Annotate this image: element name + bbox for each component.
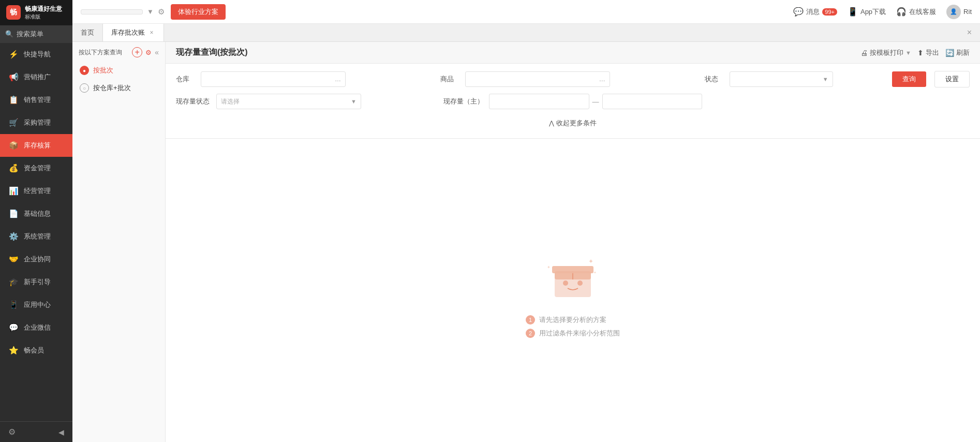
tab-batch[interactable]: 库存批次账 × [103,24,164,41]
topbar-settings-icon[interactable]: ⚙ [158,7,165,17]
empty-hints: 1 请先选择要分析的方案 2 用过滤条件来缩小分析范围 [526,315,620,338]
brand-text: 畅康通好生意 标准版 [25,5,62,20]
apps-icon: 📱 [8,300,19,310]
topbar-left: ▼ ⚙ 体验行业方案 [81,4,226,20]
warehouse-input[interactable]: … [201,71,346,87]
sidebar-item-inventory[interactable]: 📦 库存核算 [0,134,72,157]
main-area: 现存量查询(按批次) 🖨 按模板打印 ▼ ⬆ 导出 🔄 刷新 [166,42,980,442]
experience-btn[interactable]: 体验行业方案 [171,4,226,20]
sidebar-item-operations[interactable]: 📊 经营管理 [0,180,72,202]
export-btn[interactable]: ⬆ 导出 [917,48,939,57]
scheme-add-btn[interactable]: + [132,47,142,57]
scheme-collapse-btn[interactable]: « [155,48,159,56]
sidebar-item-enterprise[interactable]: 🤝 企业协同 [0,248,72,271]
headset-icon: 🎧 [896,7,907,17]
app-download-action[interactable]: 📱 App下载 [848,7,886,17]
user-profile[interactable]: 👤 Rit [946,5,972,19]
status-select[interactable]: ▼ [730,71,833,87]
empty-state: ✦ ✦ ✦ 1 请先选择要分析的方案 2 用过滤条件来缩小分析范围 [166,139,980,442]
sales-icon: 📋 [8,95,19,105]
svg-text:✦: ✦ [547,265,551,270]
page-title: 现存量查询(按批次) [176,47,248,58]
product-input[interactable]: … [465,71,610,87]
inventory-amount-range: — [489,94,703,109]
svg-text:✦: ✦ [588,258,593,265]
online-service-action[interactable]: 🎧 在线客服 [896,7,936,17]
query-btn[interactable]: 查询 [892,71,926,87]
sidebar-item-basic[interactable]: 📄 基础信息 [0,202,72,225]
scheme-panel: 按以下方案查询 + ⚙ « ● 按批次 ○ 按仓库+批次 [72,42,166,442]
tab-home[interactable]: 首页 [72,24,103,41]
sidebar-item-wechat[interactable]: 💬 企业微信 [0,316,72,339]
topbar-search-area: ▼ ⚙ [81,7,165,17]
sidebar-item-purchase[interactable]: 🛒 采购管理 [0,111,72,134]
filter-inventory-status: 现存量状态 请选择 ▼ [176,94,435,109]
sidebar-item-sales[interactable]: 📋 销售管理 [0,89,72,111]
purchase-icon: 🛒 [8,117,19,128]
scheme-item-by-batch[interactable]: ● 按批次 [72,62,165,79]
filter-row-2: 现存量状态 请选择 ▼ 现存量（主） — [176,94,970,109]
filter-area: 仓库 … 商品 … 状态 [166,64,980,139]
filter-status: 状态 ▼ [705,71,884,87]
sidebar-collapse-icon[interactable]: ◀ [58,428,64,436]
topbar-search-box[interactable] [81,9,143,14]
scheme-dot-active: ● [80,66,89,75]
scheme-settings-btn[interactable]: ⚙ [145,49,152,56]
scheme-panel-actions: + ⚙ « [132,47,159,57]
system-icon: ⚙️ [8,231,19,242]
scheme-dot-inactive: ○ [80,83,89,93]
sidebar: 畅 畅康通好生意 标准版 🔍 搜索菜单 ⚡ 快捷导航 📢 营销推广 📋 销售管理… [0,0,72,442]
empty-illustration: ✦ ✦ ✦ [542,243,604,305]
print-btn[interactable]: 🖨 按模板打印 ▼ [860,48,911,57]
topbar-right: 💬 消息 99+ 📱 App下载 🎧 在线客服 👤 Rit [793,5,972,19]
avatar: 👤 [946,5,961,19]
svg-text:✦: ✦ [593,271,597,274]
sidebar-item-marketing[interactable]: 📢 营销推广 [0,66,72,89]
filter-warehouse: 仓库 … [176,71,432,87]
status-dropdown-icon: ▼ [823,76,828,82]
sidebar-item-member[interactable]: ⭐ 畅会员 [0,339,72,362]
messages-badge: 99+ [822,8,837,16]
collapse-more-btn[interactable]: ⋀ 收起更多条件 [176,115,970,131]
filter-row-1: 仓库 … 商品 … 状态 [176,71,970,87]
messages-action[interactable]: 💬 消息 99+ [793,7,837,17]
inventory-icon: 📦 [8,140,19,151]
sidebar-item-apps[interactable]: 📱 应用中心 [0,293,72,316]
tab-close-btn[interactable]: × [148,29,155,36]
search-menu[interactable]: 🔍 搜索菜单 [0,25,72,43]
page-header: 现存量查询(按批次) 🖨 按模板打印 ▼ ⬆ 导出 🔄 刷新 [166,42,980,64]
settings-btn[interactable]: 设置 [934,71,970,87]
sidebar-item-system[interactable]: ⚙️ 系统管理 [0,225,72,248]
scheme-item-by-warehouse-batch[interactable]: ○ 按仓库+批次 [72,79,165,97]
refresh-btn[interactable]: 🔄 刷新 [945,48,970,57]
topbar: ▼ ⚙ 体验行业方案 💬 消息 99+ 📱 App下载 🎧 在线客服 👤 [72,0,980,24]
sidebar-item-finance[interactable]: 💰 资金管理 [0,157,72,180]
product-more-icon: … [599,76,605,83]
filter-inventory-amount: 现存量（主） — [443,94,703,109]
operations-icon: 📊 [8,186,19,196]
sidebar-item-quick-nav[interactable]: ⚡ 快捷导航 [0,43,72,66]
inventory-status-select[interactable]: 请选择 ▼ [216,94,361,109]
empty-hint-1: 1 请先选择要分析的方案 [526,315,620,325]
marketing-icon: 📢 [8,72,19,82]
filter-product: 商品 … [440,71,696,87]
scheme-header-label: 按以下方案查询 [79,48,122,57]
warehouse-more-icon: … [335,76,341,83]
sidebar-item-newbie[interactable]: 🎓 新手引导 [0,271,72,293]
newbie-icon: 🎓 [8,277,19,287]
page-header-actions: 🖨 按模板打印 ▼ ⬆ 导出 🔄 刷新 [860,48,970,57]
print-dropdown-icon[interactable]: ▼ [905,50,911,56]
panel-close-btn[interactable]: × [959,24,980,41]
sidebar-nav: ⚡ 快捷导航 📢 营销推广 📋 销售管理 🛒 采购管理 📦 库存核算 💰 资金管… [0,43,72,421]
print-icon: 🖨 [860,49,868,57]
footer-settings-icon[interactable]: ⚙ [8,427,16,437]
scheme-panel-header: 按以下方案查询 + ⚙ « [72,47,165,62]
user-label: Rit [963,8,972,16]
inventory-amount-max[interactable] [602,94,703,109]
enterprise-icon: 🤝 [8,254,19,264]
app-logo: 畅 [6,5,21,20]
inventory-amount-min[interactable] [489,94,589,109]
topbar-dropdown-icon[interactable]: ▼ [147,8,154,16]
svg-rect-3 [552,266,593,273]
svg-point-5 [577,281,583,286]
